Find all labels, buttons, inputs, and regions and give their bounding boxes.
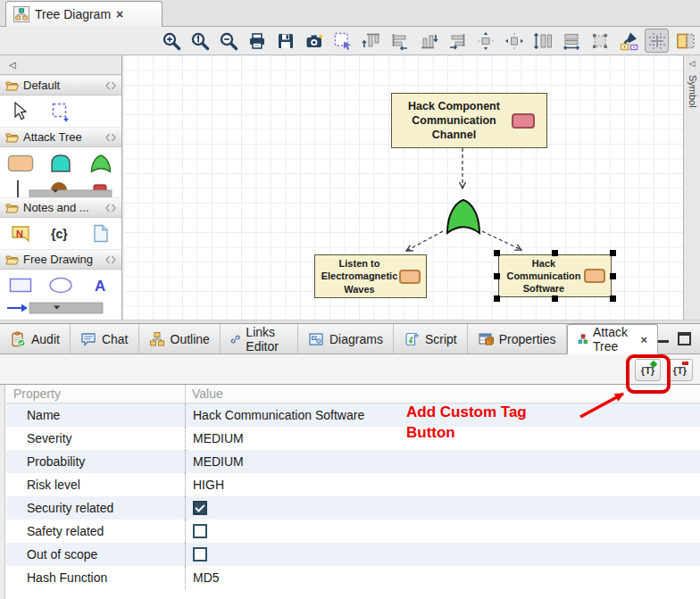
node-tag-badge[interactable]	[399, 270, 421, 284]
edit-symbol-icon[interactable]	[673, 29, 697, 53]
constraint-tool[interactable]: {c}	[40, 225, 80, 243]
save-icon[interactable]	[273, 29, 297, 53]
script-icon	[404, 331, 420, 347]
tab-links-editor[interactable]: Links Editor	[221, 324, 298, 354]
table-header[interactable]: Property Value	[6, 385, 700, 403]
text-tool[interactable]: A	[80, 277, 121, 295]
print-icon[interactable]	[245, 29, 269, 53]
maximize-button[interactable]	[678, 332, 691, 345]
table-row[interactable]: Out of scope	[6, 543, 700, 566]
node-tag-badge[interactable]	[584, 269, 605, 283]
value-cell[interactable]: HIGH	[185, 473, 700, 496]
tab-close-icon[interactable]: ×	[640, 333, 647, 346]
align-right-icon[interactable]	[445, 29, 469, 53]
selection-handle-n[interactable]	[552, 250, 558, 256]
tab-tree-diagram[interactable]: Tree Diagram ×	[5, 1, 162, 27]
copy-format-icon[interactable]	[616, 29, 640, 53]
tab-audit[interactable]: Audit	[0, 324, 71, 354]
value-cell[interactable]: MEDIUM	[185, 450, 700, 473]
table-row[interactable]: Hash FunctionMD5	[6, 566, 700, 589]
document-tool[interactable]	[80, 224, 121, 243]
selection-handle-s[interactable]	[552, 295, 558, 302]
value-cell[interactable]	[185, 520, 700, 543]
rectangle-tool[interactable]	[0, 278, 40, 293]
table-row[interactable]: SeverityMEDIUM	[6, 427, 700, 450]
palette-collapse-icon[interactable]: ◁	[9, 60, 16, 70]
connection-tool-row[interactable]	[0, 301, 121, 320]
align-bottom-icon[interactable]	[416, 29, 440, 53]
column-header-value[interactable]: Value	[192, 387, 223, 401]
tab-close-icon[interactable]: ×	[116, 8, 123, 21]
add-custom-tag-button[interactable]: {T}	[635, 359, 661, 381]
pin-icon[interactable]	[105, 204, 116, 212]
property-cell: Safety related	[6, 524, 185, 538]
checkbox-checked[interactable]	[193, 501, 207, 515]
marquee-select-tool[interactable]	[40, 101, 80, 122]
tab-attack-tree[interactable]: Attack Tree ×	[567, 324, 659, 354]
match-height-icon[interactable]	[530, 29, 554, 53]
palette-section-free-drawing[interactable]: Free Drawing	[0, 249, 121, 270]
symbol-panel-collapsed[interactable]: ◁ Symbol	[683, 55, 700, 320]
zoom-out-icon[interactable]	[216, 29, 240, 53]
center-vertically-icon[interactable]	[473, 29, 497, 53]
palette-section-attack-tree[interactable]: Attack Tree	[0, 127, 121, 147]
screenshot-icon[interactable]	[302, 29, 326, 53]
marquee-zoom-icon[interactable]	[330, 29, 354, 53]
table-row[interactable]: Security related	[6, 496, 700, 520]
node-hack-component-communication-channel[interactable]: Hack Component Communication Channel	[391, 93, 547, 148]
palette-partial-row[interactable]	[0, 179, 121, 197]
selection-handle-nw[interactable]	[494, 250, 500, 256]
expand-panel-icon[interactable]: ◁	[684, 59, 700, 68]
pin-icon[interactable]	[105, 255, 116, 264]
selection-handle-sw[interactable]	[494, 295, 500, 302]
table-row[interactable]: Safety related	[6, 520, 700, 543]
palette-section-notes[interactable]: Notes and ...	[0, 197, 121, 218]
property-cell: Probability	[6, 454, 185, 469]
tab-properties[interactable]: Properties	[468, 324, 567, 354]
node-listen-to-electromagnetic-waves[interactable]: Listen to Electromagnetic Waves	[314, 254, 427, 298]
selection-handle-ne[interactable]	[610, 250, 616, 256]
attack-node-tool[interactable]	[0, 154, 40, 172]
table-row[interactable]: NameHack Communication Software	[6, 403, 700, 427]
match-width-icon[interactable]	[559, 29, 583, 53]
center-horizontally-icon[interactable]	[502, 29, 526, 53]
diagram-canvas[interactable]: Hack Component Communication Channel Lis…	[123, 55, 683, 320]
tab-chat[interactable]: Chat	[71, 324, 139, 354]
remove-tag-button[interactable]: {T}	[667, 359, 693, 381]
tab-diagrams[interactable]: Diagrams	[298, 324, 394, 354]
checkbox-unchecked[interactable]	[193, 524, 207, 538]
and-gate-tool[interactable]	[40, 154, 80, 173]
checkbox-unchecked[interactable]	[193, 547, 207, 562]
pin-icon[interactable]	[105, 81, 116, 90]
or-gate-tool[interactable]	[80, 154, 121, 173]
note-tool[interactable]: N	[0, 225, 40, 243]
toggle-grid-icon[interactable]	[645, 29, 669, 53]
palette-section-default[interactable]: Default	[0, 75, 121, 96]
value-cell[interactable]	[185, 496, 700, 520]
node-tag-badge[interactable]	[512, 113, 535, 129]
tab-outline[interactable]: Outline	[139, 324, 221, 354]
selection-handle-se[interactable]	[610, 295, 616, 302]
value-cell[interactable]	[185, 543, 700, 566]
auto-resize-icon[interactable]	[588, 29, 612, 53]
zoom-in-icon[interactable]	[159, 29, 183, 53]
node-hack-communication-software[interactable]: Hack Communication Software	[498, 254, 612, 297]
pin-icon[interactable]	[105, 133, 116, 142]
select-tool[interactable]	[0, 102, 40, 121]
attack-tree-icon	[578, 331, 588, 347]
ellipse-tool[interactable]	[40, 277, 80, 294]
zoom-original-icon[interactable]	[188, 29, 212, 53]
table-row[interactable]: ProbabilityMEDIUM	[6, 450, 700, 473]
column-divider[interactable]	[185, 385, 186, 403]
selection-handle-e[interactable]	[610, 273, 616, 279]
column-header-property[interactable]: Property	[13, 387, 61, 401]
tab-script[interactable]: Script	[394, 324, 468, 354]
selection-handle-w[interactable]	[494, 273, 500, 279]
table-row[interactable]: Risk levelHIGH	[6, 473, 700, 496]
minimize-button[interactable]	[658, 340, 669, 343]
align-top-icon[interactable]	[359, 29, 383, 53]
align-left-icon[interactable]	[388, 29, 412, 53]
or-gate[interactable]	[444, 196, 483, 236]
value-cell[interactable]: MD5	[185, 566, 700, 589]
table-gutter	[0, 385, 5, 599]
